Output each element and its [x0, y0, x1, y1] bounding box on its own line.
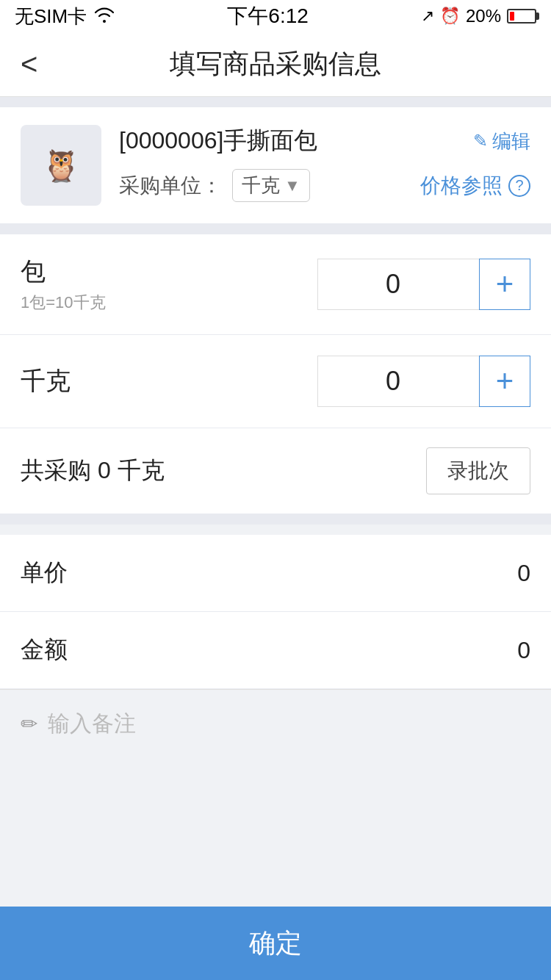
price-ref-label: 价格参照: [420, 172, 503, 200]
qty-input-wrap-bao: +: [109, 259, 530, 310]
product-logo: 🦉: [42, 148, 80, 184]
confirm-button[interactable]: 确定: [0, 907, 551, 980]
amount-row: 金额 0: [0, 612, 551, 689]
nav-bar: < 填写商品采购信息: [0, 32, 551, 97]
product-header: [0000006]手撕面包 ✎ 编辑: [119, 125, 530, 157]
qty-plus-bao[interactable]: +: [479, 259, 530, 310]
price-section: 单价 0 金额 0: [0, 535, 551, 689]
qty-input-kg[interactable]: [317, 356, 479, 407]
product-thumbnail: 🦉: [21, 125, 101, 206]
price-ref-button[interactable]: 价格参照 ?: [420, 172, 530, 200]
product-card: 🦉 [0000006]手撕面包 ✎ 编辑 采购单位： 千克 ▼ 价格参照 ?: [0, 107, 551, 224]
summary-amount: 0: [98, 457, 111, 483]
section-divider-mid: [0, 224, 551, 234]
back-button[interactable]: <: [21, 48, 37, 81]
summary-prefix: 共采购: [21, 457, 91, 483]
quantity-section: 包 1包=10千克 + 千克 + 共采购 0 千克 录批次: [0, 234, 551, 514]
quantity-row-kg: 千克 +: [0, 335, 551, 428]
status-time: 下午6:12: [227, 2, 309, 30]
qty-label-kg: 千克: [21, 364, 109, 398]
unit-value: 千克: [242, 173, 280, 198]
page-title: 填写商品采购信息: [170, 46, 381, 82]
edit-label: 编辑: [492, 129, 530, 154]
purchase-unit-label: 采购单位：: [119, 172, 222, 200]
batch-button[interactable]: 录批次: [426, 447, 530, 494]
chevron-down-icon: ▼: [284, 176, 300, 195]
battery-icon: [507, 9, 536, 24]
qty-sublabel-bao: 1包=10千克: [21, 292, 109, 314]
status-right: ↗ ⏰ 20%: [421, 6, 536, 26]
location-icon: ↗: [421, 7, 434, 26]
qty-label-bao: 包 1包=10千克: [21, 255, 109, 314]
summary-row: 共采购 0 千克 录批次: [0, 428, 551, 514]
unit-price-row: 单价 0: [0, 535, 551, 612]
edit-icon: ✎: [473, 131, 488, 151]
purchase-unit-row: 采购单位： 千克 ▼ 价格参照 ?: [119, 169, 530, 202]
unit-select[interactable]: 千克 ▼: [232, 169, 310, 202]
product-info: [0000006]手撕面包 ✎ 编辑 采购单位： 千克 ▼ 价格参照 ?: [119, 125, 530, 202]
summary-text: 共采购 0 千克: [21, 455, 165, 487]
product-name: [0000006]手撕面包: [119, 125, 317, 157]
status-bar: 无SIM卡 下午6:12 ↗ ⏰ 20%: [0, 0, 551, 32]
status-left: 无SIM卡: [15, 4, 115, 29]
unit-price-value: 0: [517, 560, 530, 587]
help-icon: ?: [508, 175, 530, 197]
battery-percent: 20%: [466, 6, 501, 26]
quantity-row-bao: 包 1包=10千克 +: [0, 234, 551, 335]
alarm-icon: ⏰: [440, 7, 460, 26]
unit-price-label: 单价: [21, 557, 68, 589]
qty-input-bao[interactable]: [317, 259, 479, 310]
edit-button[interactable]: ✎ 编辑: [473, 129, 530, 154]
wifi-icon: [94, 5, 115, 28]
pencil-icon: ✏: [21, 712, 37, 736]
remark-section[interactable]: ✏ 输入备注: [0, 689, 551, 758]
amount-label: 金额: [21, 634, 68, 666]
qty-plus-kg[interactable]: +: [479, 356, 530, 407]
qty-input-wrap-kg: +: [109, 356, 530, 407]
amount-value: 0: [517, 637, 530, 664]
carrier-label: 无SIM卡: [15, 4, 87, 29]
section-divider-price: [0, 514, 551, 525]
remark-placeholder: 输入备注: [48, 709, 136, 739]
section-divider-top: [0, 97, 551, 107]
summary-unit: 千克: [118, 457, 165, 483]
